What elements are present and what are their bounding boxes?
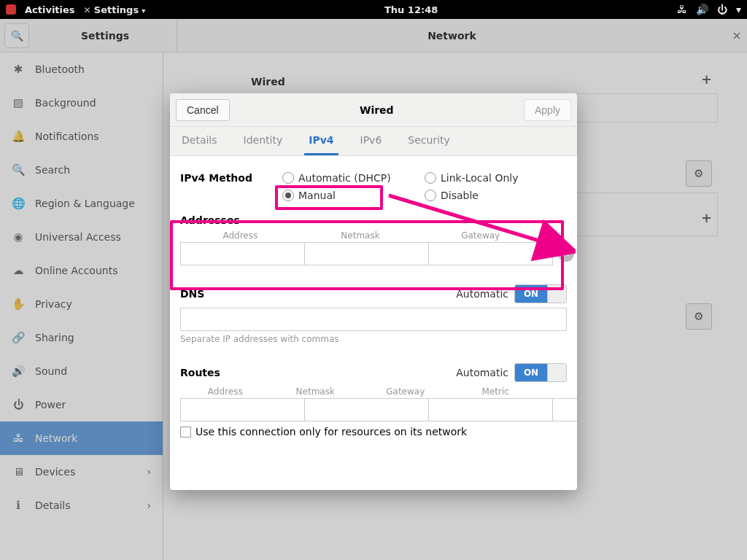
radio-icon	[425, 172, 436, 184]
dialog-tabs: Details Identity IPv4 IPv6 Security	[170, 127, 577, 156]
sidebar-item-devices[interactable]: 🖥Devices›	[0, 455, 163, 489]
tab-ipv4[interactable]: IPv4	[304, 127, 338, 155]
sidebar-item-label: Bluetooth	[35, 63, 85, 75]
app-indicator-icon	[6, 4, 16, 15]
sidebar-item-label: Search	[35, 164, 70, 176]
route-gateway-input[interactable]	[429, 398, 553, 421]
sidebar-item-power[interactable]: ⏻Power	[0, 388, 163, 421]
sidebar-item-icon: ☁	[12, 264, 25, 277]
sidebar-item-search[interactable]: 🔍Search	[0, 153, 163, 187]
routes-automatic-label: Automatic	[456, 367, 508, 378]
sidebar-item-icon: 🖥	[12, 465, 25, 478]
tab-identity[interactable]: Identity	[239, 127, 287, 155]
sidebar-item-sound[interactable]: 🔊Sound	[0, 354, 163, 388]
clock[interactable]: Thu 12:48	[145, 4, 677, 15]
sidebar-item-label: Sound	[35, 365, 67, 377]
col-route-netmask: Netmask	[271, 386, 361, 397]
wired-settings-gear[interactable]: ⚙	[686, 160, 712, 187]
radio-manual[interactable]: Manual	[282, 190, 425, 201]
panel-title: Network	[177, 30, 727, 42]
apply-button[interactable]: Apply	[524, 99, 571, 121]
sidebar-item-universal-access[interactable]: ◉Universal Access	[0, 220, 163, 254]
ipv4-method-label: IPv4 Method	[180, 172, 282, 184]
activities-button[interactable]: Activities	[25, 4, 75, 15]
dns-input[interactable]	[180, 308, 567, 331]
routes-title: Routes	[180, 367, 220, 378]
sidebar-item-background[interactable]: ▧Background	[0, 86, 163, 120]
wired-section-title: Wired	[251, 76, 718, 88]
sidebar-item-icon: ✱	[12, 63, 25, 76]
sidebar-item-region-language[interactable]: 🌐Region & Language	[0, 187, 163, 220]
address-input[interactable]	[180, 242, 305, 265]
add-connection-button[interactable]: +	[701, 210, 712, 225]
only-local-label: Use this connection only for resources o…	[196, 426, 467, 438]
sidebar-item-label: Universal Access	[35, 231, 121, 243]
chevron-right-icon: ›	[147, 499, 151, 511]
dns-title: DNS	[180, 288, 204, 300]
sidebar-item-icon: 🔔	[12, 130, 25, 143]
gnome-top-bar: Activities Settings Thu 12:48 🖧 🔊 ⏻ ▾	[0, 0, 747, 19]
col-route-metric: Metric	[451, 386, 541, 397]
gear-icon: ⚙	[694, 310, 703, 323]
sidebar-search-button[interactable]: 🔍	[4, 23, 29, 48]
add-wired-button[interactable]: +	[701, 71, 712, 87]
sidebar-item-icon: 🔊	[12, 365, 25, 378]
cancel-button[interactable]: Cancel	[176, 99, 230, 121]
sidebar-item-label: Details	[35, 499, 71, 511]
addresses-title: Addresses	[180, 214, 567, 226]
sidebar-item-privacy[interactable]: ✋Privacy	[0, 287, 163, 321]
col-netmask: Netmask	[301, 230, 421, 241]
sidebar-item-label: Devices	[35, 466, 75, 478]
close-button[interactable]: ×	[727, 28, 747, 42]
sidebar-item-bluetooth[interactable]: ✱Bluetooth	[0, 52, 163, 86]
only-local-checkbox[interactable]	[180, 427, 191, 438]
route-address-input[interactable]	[180, 398, 305, 421]
remove-address-button[interactable]: ✕	[553, 242, 577, 265]
sidebar-item-icon: 🔍	[12, 163, 25, 176]
sidebar-item-notifications[interactable]: 🔔Notifications	[0, 120, 163, 153]
col-route-gateway: Gateway	[360, 386, 451, 397]
radio-automatic[interactable]: Automatic (DHCP)	[282, 172, 425, 184]
route-netmask-input[interactable]	[305, 398, 429, 421]
close-icon: ✕	[558, 246, 574, 262]
settings-app-icon	[84, 4, 91, 15]
routes-automatic-switch[interactable]: ON	[514, 363, 567, 382]
power-icon[interactable]: ⏻	[717, 4, 727, 15]
radio-link-local[interactable]: Link-Local Only	[425, 172, 567, 184]
radio-icon	[425, 190, 436, 201]
wired-settings-dialog: Cancel Wired Apply Details Identity IPv4…	[170, 93, 577, 490]
dns-automatic-label: Automatic	[456, 288, 508, 300]
dns-hint: Separate IP addresses with commas	[180, 334, 567, 344]
netmask-input[interactable]	[305, 242, 429, 265]
volume-icon[interactable]: 🔊	[696, 4, 708, 15]
col-address: Address	[180, 230, 301, 241]
gear-icon: ⚙	[694, 167, 703, 180]
col-route-address: Address	[180, 386, 271, 397]
sidebar-item-online-accounts[interactable]: ☁Online Accounts	[0, 254, 163, 287]
sidebar-item-sharing[interactable]: 🔗Sharing	[0, 321, 163, 354]
sidebar-item-network[interactable]: 🖧Network	[0, 421, 163, 455]
app-menu[interactable]: Settings	[84, 4, 146, 15]
sidebar-item-icon: 🖧	[12, 432, 25, 445]
sidebar-item-icon: ℹ	[12, 499, 25, 512]
dns-automatic-switch[interactable]: ON	[514, 284, 567, 303]
settings-title: Settings	[34, 30, 177, 42]
sidebar-item-details[interactable]: ℹDetails›	[0, 489, 163, 522]
radio-icon	[282, 172, 294, 184]
gateway-input[interactable]	[429, 242, 553, 265]
sidebar-item-label: Region & Language	[35, 198, 135, 209]
network-status-icon[interactable]: 🖧	[677, 4, 687, 15]
tab-ipv6[interactable]: IPv6	[356, 127, 387, 155]
radio-icon	[282, 190, 294, 201]
sidebar-item-icon: ▧	[12, 96, 25, 109]
route-metric-input[interactable]	[553, 398, 577, 421]
sidebar-item-icon: 🔗	[12, 331, 25, 344]
tab-security[interactable]: Security	[403, 127, 454, 155]
sidebar-item-icon: ◉	[12, 230, 25, 244]
radio-disable[interactable]: Disable	[425, 190, 567, 201]
tab-details[interactable]: Details	[177, 127, 222, 155]
connection-settings-gear[interactable]: ⚙	[686, 303, 712, 330]
sidebar-item-icon: ⏻	[12, 398, 25, 411]
system-menu-caret-icon[interactable]: ▾	[736, 4, 741, 15]
sidebar-item-label: Privacy	[35, 298, 72, 310]
